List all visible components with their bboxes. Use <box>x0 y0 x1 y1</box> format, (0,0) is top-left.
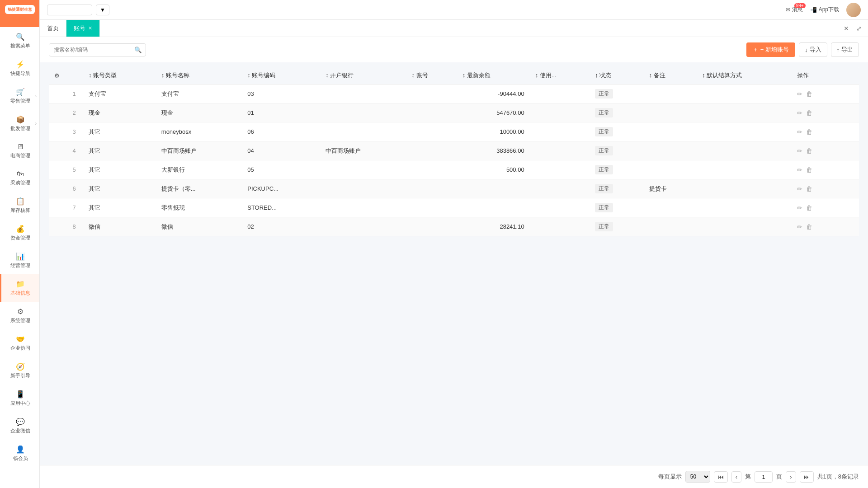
row-usage <box>530 122 590 141</box>
row-type: 微信 <box>83 217 156 236</box>
add-account-button[interactable]: ＋ + 新增账号 <box>746 42 795 57</box>
sidebar-item-basic-info[interactable]: 📁 基础信息 <box>0 274 39 302</box>
row-notes <box>644 217 697 236</box>
row-bank <box>320 217 406 236</box>
sidebar-item-ecommerce-mgmt[interactable]: 🖥 电商管理 <box>0 137 39 164</box>
action-icons: ✏ 🗑 <box>797 223 854 230</box>
row-status: 正常 <box>590 103 643 122</box>
user-avatar[interactable] <box>846 3 861 17</box>
row-usage <box>530 141 590 160</box>
topbar-search-input[interactable] <box>47 5 92 15</box>
edit-icon[interactable]: ✏ <box>797 204 802 211</box>
main-content: ▼ ✉ 消息 99+ 📲 App下载 首页 账号 ✕ ✕ ⤢ <box>40 0 868 488</box>
per-page-label: 每页显示 <box>658 473 682 481</box>
col-notes: ↕ 备注 <box>644 67 697 84</box>
row-actions: ✏ 🗑 <box>792 179 859 198</box>
action-icons: ✏ 🗑 <box>797 109 854 117</box>
topbar-dropdown[interactable]: ▼ <box>96 5 109 15</box>
tab-account-close[interactable]: ✕ <box>88 25 92 31</box>
sidebar-item-enterprise-wechat[interactable]: 💬 企业微信 <box>0 412 39 440</box>
import-button[interactable]: ↓ 导入 <box>799 42 827 57</box>
add-icon: ＋ <box>753 46 759 54</box>
edit-icon[interactable]: ✏ <box>797 109 802 117</box>
row-account <box>406 122 457 141</box>
row-type: 其它 <box>83 179 156 198</box>
row-status: 正常 <box>590 198 643 217</box>
edit-icon[interactable]: ✏ <box>797 90 802 98</box>
sidebar-item-ops-mgmt[interactable]: 📊 经营管理 <box>0 247 39 274</box>
status-badge: 正常 <box>595 127 613 136</box>
edit-icon[interactable]: ✏ <box>797 223 802 230</box>
row-code: STORED... <box>242 198 320 217</box>
row-gear <box>49 217 65 236</box>
sidebar-item-retail-mgmt[interactable]: 🛒 零售管理 › <box>0 82 39 110</box>
delete-icon[interactable]: 🗑 <box>806 204 812 211</box>
table-wrap: ⚙ ↕ 账号类型 ↕ 账号名称 ↕ 账号编码 ↕ 开户 <box>40 62 868 465</box>
sidebar-item-enterprise-agreement[interactable]: 🤝 企业协同 <box>0 329 39 357</box>
row-code: 02 <box>242 217 320 236</box>
sidebar-item-wholesale-mgmt[interactable]: 📦 批发管理 › <box>0 110 39 137</box>
status-badge: 正常 <box>595 165 613 174</box>
sidebar-item-search-menu[interactable]: 🔍 搜索菜单 <box>0 27 39 55</box>
edit-icon[interactable]: ✏ <box>797 147 802 155</box>
delete-icon[interactable]: 🗑 <box>806 223 812 230</box>
sidebar-item-quick-nav[interactable]: ⚡ 快捷导航 <box>0 55 39 82</box>
export-button[interactable]: ↑ 导出 <box>831 42 859 57</box>
table-row: 1 支付宝 支付宝 03 -90444.00 正常 ✏ 🗑 <box>49 84 859 103</box>
sidebar-item-member[interactable]: 👤 畅会员 <box>0 440 39 467</box>
retail-icon: 🛒 <box>16 88 25 96</box>
col-num <box>65 67 83 84</box>
sidebar-item-purchase-mgmt[interactable]: 🛍 采购管理 <box>0 164 39 192</box>
delete-icon[interactable]: 🗑 <box>806 185 812 192</box>
tab-close-action[interactable]: ✕ <box>841 23 852 34</box>
row-usage <box>530 217 590 236</box>
col-default-payment: ↕ 默认结算方式 <box>697 67 791 84</box>
message-button[interactable]: ✉ 消息 99+ <box>786 6 803 14</box>
col-status: ↕ 状态 <box>590 67 643 84</box>
delete-icon[interactable]: 🗑 <box>806 166 812 174</box>
sidebar-item-sys-mgmt[interactable]: ⚙ 系统管理 <box>0 302 39 329</box>
last-page-button[interactable]: ⏭ <box>800 471 814 483</box>
row-gear <box>49 141 65 160</box>
row-account <box>406 217 457 236</box>
delete-icon[interactable]: 🗑 <box>806 109 812 117</box>
gear-icon[interactable]: ⚙ <box>54 72 60 79</box>
edit-icon[interactable]: ✏ <box>797 185 802 192</box>
page-input[interactable] <box>755 471 773 483</box>
row-name: 微信 <box>156 217 242 236</box>
row-default-payment <box>697 122 791 141</box>
row-usage <box>530 103 590 122</box>
row-num: 8 <box>65 217 83 236</box>
delete-icon[interactable]: 🗑 <box>806 147 812 155</box>
status-badge: 正常 <box>595 184 613 193</box>
sidebar-item-new-guide[interactable]: 🧭 新手引导 <box>0 357 39 385</box>
app-download-button[interactable]: 📲 App下载 <box>810 6 839 14</box>
tab-home[interactable]: 首页 <box>40 20 66 37</box>
tab-expand-action[interactable]: ⤢ <box>854 23 864 34</box>
edit-icon[interactable]: ✏ <box>797 166 802 174</box>
edit-icon[interactable]: ✏ <box>797 128 802 136</box>
first-page-button[interactable]: ⏮ <box>714 471 728 483</box>
row-num: 4 <box>65 141 83 160</box>
delete-icon[interactable]: 🗑 <box>806 128 812 136</box>
row-type: 其它 <box>83 141 156 160</box>
search-input[interactable] <box>49 44 131 56</box>
table-body: 1 支付宝 支付宝 03 -90444.00 正常 ✏ 🗑 2 现金 现 <box>49 84 859 236</box>
delete-icon[interactable]: 🗑 <box>806 90 812 98</box>
tab-account[interactable]: 账号 ✕ <box>66 20 100 37</box>
sidebar-item-inventory[interactable]: 📋 库存核算 <box>0 192 39 219</box>
prev-page-button[interactable]: ‹ <box>731 471 741 483</box>
table-header-row: ⚙ ↕ 账号类型 ↕ 账号名称 ↕ 账号编码 ↕ 开户 <box>49 67 859 84</box>
sidebar-item-finance-mgmt[interactable]: 💰 资金管理 <box>0 219 39 247</box>
next-page-button[interactable]: › <box>786 471 796 483</box>
row-default-payment <box>697 179 791 198</box>
col-code: ↕ 账号编码 <box>242 67 320 84</box>
table-row: 6 其它 提货卡（零... PICKUPC... 正常 提货卡 ✏ 🗑 <box>49 179 859 198</box>
row-balance: 547670.00 <box>457 103 530 122</box>
sidebar-item-app-center[interactable]: 📱 应用中心 <box>0 385 39 412</box>
row-name: 零售抵现 <box>156 198 242 217</box>
search-button[interactable]: 🔍 <box>131 44 146 56</box>
row-gear <box>49 122 65 141</box>
page-size-select[interactable]: 50 100 200 <box>685 471 710 483</box>
row-account <box>406 84 457 103</box>
